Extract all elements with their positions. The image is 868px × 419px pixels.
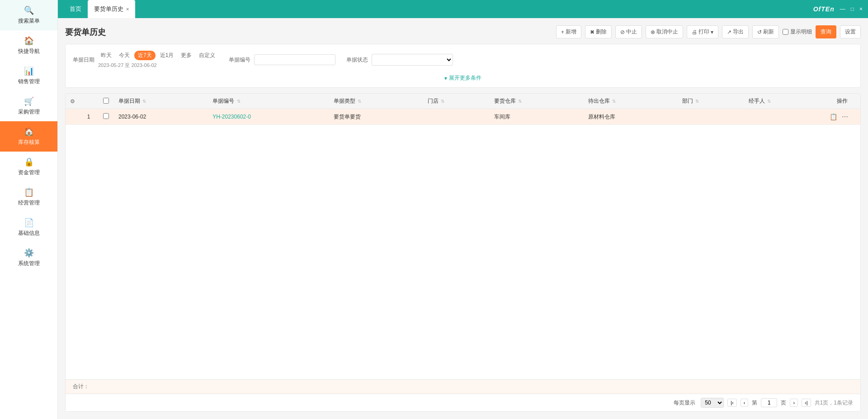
stop-button[interactable]: ⊘ 中止: [615, 25, 642, 38]
tab-close-icon[interactable]: ×: [126, 6, 129, 12]
status-select[interactable]: [372, 54, 453, 66]
col-handler[interactable]: 经手人 ⇅: [744, 94, 824, 109]
date-btn-more[interactable]: 更多: [178, 51, 194, 60]
select-all-checkbox[interactable]: [103, 98, 109, 104]
refresh-label: 刷新: [763, 28, 774, 36]
delete-label: 删除: [596, 28, 607, 36]
toolbar: + 新增 ✖ 删除 ⊘ 中止 ⊗ 取消中止 🖨 打印: [556, 25, 861, 38]
col-bill-no[interactable]: 单据编号 ⇅: [208, 94, 329, 109]
col-pending-warehouse[interactable]: 待出仓库 ⇅: [584, 94, 678, 109]
quick-nav-icon: 🏠: [24, 36, 34, 46]
sidebar-item-inventory[interactable]: 🏠 库存核算: [0, 121, 57, 152]
refresh-button[interactable]: ↺ 刷新: [752, 25, 779, 38]
operation-icon: 📋: [24, 187, 34, 197]
search-menu-icon: 🔍: [24, 5, 34, 15]
sidebar-item-purchase[interactable]: 🛒 采购管理: [0, 91, 57, 121]
date-filter-item: 单据日期 昨天 今天 近7天 近1月 更多 自定义 2023-05-27 至 2…: [73, 51, 218, 69]
bill-no-link[interactable]: YH-20230602-0: [212, 114, 251, 120]
display-detail-toggle[interactable]: 显示明细: [783, 28, 812, 36]
sidebar-item-system[interactable]: ⚙️ 系统管理: [0, 243, 57, 273]
sidebar-item-finance[interactable]: 🔒 资金管理: [0, 152, 57, 182]
bill-no-filter-item: 单据编号: [229, 54, 335, 65]
row-req-warehouse: 车间库: [490, 109, 584, 125]
export-label: 导出: [733, 28, 744, 36]
total-label: 合计：: [73, 383, 89, 390]
col-req-warehouse[interactable]: 要货仓库 ⇅: [490, 94, 584, 109]
table-footer: 合计：: [66, 379, 860, 394]
row-more-icon[interactable]: ⋯: [841, 112, 849, 121]
brand-label: OfTEn: [813, 5, 835, 13]
col-settings[interactable]: ⚙: [66, 94, 80, 109]
delete-button[interactable]: ✖ 删除: [585, 25, 612, 38]
sort-pending-warehouse-icon: ⇅: [612, 99, 616, 104]
display-detail-label: 显示明细: [790, 28, 812, 36]
page-size-select[interactable]: 50 10 20 100: [701, 398, 724, 408]
sidebar-item-label: 销售管理: [18, 78, 40, 86]
col-dept[interactable]: 部门 ⇅: [678, 94, 744, 109]
date-btn-yesterday[interactable]: 昨天: [98, 51, 114, 60]
row-bill-type: 要货单要货: [329, 109, 423, 125]
page-suffix: 页: [781, 399, 786, 407]
next-page-btn[interactable]: ›: [790, 399, 798, 407]
window-minimize-btn[interactable]: —: [840, 6, 845, 12]
row-checkbox[interactable]: [103, 113, 109, 119]
date-btn-1month[interactable]: 近1月: [157, 51, 177, 60]
tab-requisition-history[interactable]: 要货单历史 ×: [88, 0, 135, 18]
expand-filter-btn[interactable]: ▾ 展开更多条件: [73, 72, 853, 84]
sidebar-item-sales[interactable]: 📊 销售管理: [0, 61, 57, 91]
new-button[interactable]: + 新增: [556, 25, 581, 38]
data-table: ⚙ 单据日期 ⇅ 单据编号 ⇅: [66, 94, 860, 125]
sort-store-icon: ⇅: [441, 99, 444, 104]
expand-label: 展开更多条件: [449, 74, 481, 82]
window-close-btn[interactable]: ×: [859, 6, 863, 12]
purchase-icon: 🛒: [24, 96, 34, 106]
col-date[interactable]: 单据日期 ⇅: [114, 94, 208, 109]
prev-page-btn[interactable]: ‹: [741, 399, 749, 407]
window-maximize-btn[interactable]: □: [851, 6, 854, 12]
page-header: 要货单历史 + 新增 ✖ 删除 ⊘ 中止 ⊗ 取消中止: [65, 25, 861, 38]
page-input[interactable]: [761, 398, 777, 407]
date-filter-buttons: 昨天 今天 近7天 近1月 更多 自定义: [98, 51, 218, 60]
page-size-label: 每页显示: [674, 399, 695, 407]
tab-home[interactable]: 首页: [63, 0, 88, 18]
date-range-display: 2023-05-27 至 2023-06-02: [98, 62, 218, 69]
bill-no-label: 单据编号: [229, 56, 250, 64]
col-action: 操作: [824, 94, 860, 109]
sidebar-item-quick-nav[interactable]: 🏠 快捷导航: [0, 30, 57, 61]
cancel-stop-button[interactable]: ⊗ 取消中止: [646, 25, 683, 38]
tab-requisition-label: 要货单历史: [94, 5, 123, 13]
col-store[interactable]: 门店 ⇅: [423, 94, 490, 109]
query-button[interactable]: 查询: [816, 25, 836, 38]
date-btn-today[interactable]: 今天: [116, 51, 132, 60]
new-label: 新增: [566, 28, 576, 36]
sidebar-item-basic[interactable]: 📄 基础信息: [0, 212, 57, 243]
sales-icon: 📊: [24, 66, 34, 76]
total-info: 共1页，1条记录: [815, 399, 853, 407]
page-label: 第: [752, 399, 757, 407]
date-btn-7days[interactable]: 近7天: [134, 51, 156, 60]
first-page-btn[interactable]: |‹: [727, 399, 737, 407]
row-checkbox-cell: [98, 109, 114, 125]
col-bill-type[interactable]: 单据类型 ⇅: [329, 94, 423, 109]
display-detail-checkbox[interactable]: [783, 29, 788, 35]
sidebar-item-label: 搜索菜单: [18, 17, 40, 25]
sidebar-item-label: 系统管理: [18, 260, 40, 267]
print-label: 打印: [698, 28, 709, 36]
data-table-wrap: ⚙ 单据日期 ⇅ 单据编号 ⇅: [65, 93, 861, 412]
table-row: 1 2023-06-02 YH-20230602-0 要货单要货 车间库 原材料…: [66, 109, 860, 125]
row-edit-icon[interactable]: 📋: [829, 112, 838, 121]
sort-date-icon: ⇅: [142, 99, 146, 104]
bill-no-input[interactable]: [254, 54, 335, 65]
row-handler: [744, 109, 824, 125]
sidebar-item-label: 基础信息: [18, 229, 40, 237]
print-button[interactable]: 🖨 打印 ▾: [687, 25, 718, 38]
date-btn-custom[interactable]: 自定义: [196, 51, 218, 60]
export-button[interactable]: ↗ 导出: [722, 25, 749, 38]
last-page-btn[interactable]: ›|: [802, 399, 811, 407]
sidebar-item-operation[interactable]: 📋 经营管理: [0, 182, 57, 212]
main-area: 首页 要货单历史 × OfTEn — □ × 要货单历史 + 新增 ✖ 删除: [58, 0, 868, 419]
basic-icon: 📄: [24, 218, 34, 228]
settings-button[interactable]: 设置: [840, 25, 861, 38]
sidebar-item-search-menu[interactable]: 🔍 搜索菜单: [0, 0, 57, 30]
row-bill-no: YH-20230602-0: [208, 109, 329, 125]
